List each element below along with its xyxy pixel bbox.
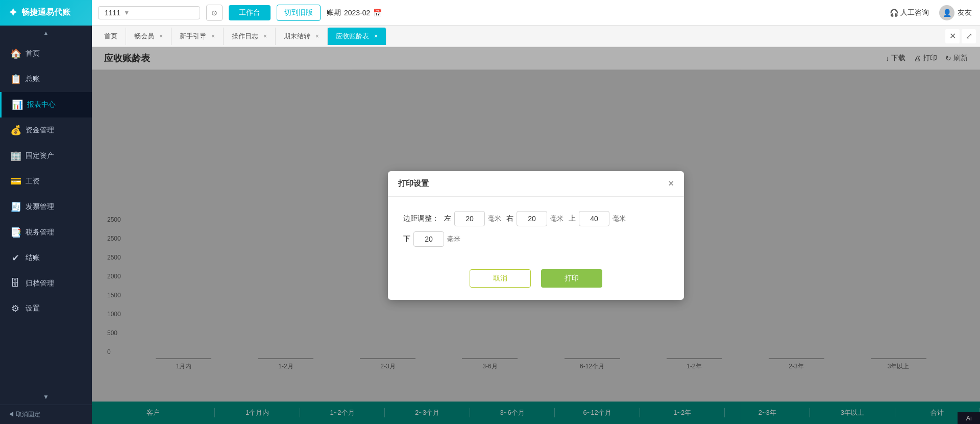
tab-oplog[interactable]: 操作日志 × <box>224 28 276 45</box>
margin-top-label: 上 <box>569 214 576 223</box>
period-label: 账期 <box>327 8 341 17</box>
sidebar-scroll-down[interactable]: ▼ <box>0 389 92 405</box>
ledger-icon: 📋 <box>10 74 20 85</box>
logo-icon: ✦ <box>8 6 17 19</box>
logo-text: 畅捷通易代账 <box>21 7 70 18</box>
tab-close-guide[interactable]: × <box>211 33 215 40</box>
modal-close-button[interactable]: × <box>668 178 674 189</box>
tab-member-label: 畅会员 <box>134 32 154 41</box>
sidebar-item-settings[interactable]: ⚙ 设置 <box>0 296 92 321</box>
print-settings-modal: 打印设置 × 边距调整： 左 毫米 右 <box>388 171 684 300</box>
modal-header: 打印设置 × <box>388 171 684 197</box>
tab-aging[interactable]: 应收账龄表 × <box>328 28 386 45</box>
sidebar-item-settle[interactable]: ✔ 结账 <box>0 245 92 271</box>
archive-icon: 🗄 <box>10 278 20 289</box>
maximize-window-button[interactable]: ⤢ <box>962 29 976 43</box>
assets-icon: 🏢 <box>10 150 20 161</box>
reports-icon: 📊 <box>12 99 22 110</box>
modal-title: 打印设置 <box>398 179 429 189</box>
sidebar-item-salary[interactable]: 💳 工资 <box>0 169 92 194</box>
sidebar-label-tax: 税务管理 <box>26 228 54 237</box>
salary-icon: 💳 <box>10 176 20 187</box>
margin-bottom-label: 下 <box>403 234 410 244</box>
period-area: 账期 2023-02 📅 <box>327 8 382 17</box>
tab-close-aging[interactable]: × <box>374 33 378 40</box>
calendar-icon[interactable]: 📅 <box>373 9 382 17</box>
top-header: ✦ 畅捷通易代账 1111 ▼ ⊙ 工作台 切到旧版 账期 2023-02 📅 … <box>0 0 980 26</box>
tab-period-end[interactable]: 期末结转 × <box>276 28 328 45</box>
tab-close-oplog[interactable]: × <box>263 33 267 40</box>
margin-row: 边距调整： 左 毫米 右 毫米 <box>403 211 669 247</box>
margin-right-input[interactable] <box>517 211 547 226</box>
user-name: 友友 <box>958 8 972 17</box>
sidebar-item-ledger[interactable]: 📋 总账 <box>0 66 92 92</box>
tab-aging-label: 应收账龄表 <box>336 32 369 41</box>
tabs-bar: 首页 畅会员 × 新手引导 × 操作日志 × 期末结转 × 应收账龄表 × <box>92 26 980 47</box>
sidebar-item-reports[interactable]: 📊 报表中心 <box>0 92 92 117</box>
dropdown-arrow-icon: ▼ <box>124 9 130 16</box>
tab-close-member[interactable]: × <box>159 33 163 40</box>
home-icon: 🏠 <box>10 48 20 59</box>
margin-left-unit: 毫米 <box>488 214 501 223</box>
margin-top-unit: 毫米 <box>612 214 626 223</box>
sidebar-label-funds: 资金管理 <box>26 126 54 135</box>
page-content: 应收账龄表 ↓ 下载 🖨 打印 ↻ 刷新 <box>92 47 980 424</box>
avatar: 👤 <box>939 5 954 20</box>
sidebar-item-funds[interactable]: 💰 资金管理 <box>0 117 92 143</box>
confirm-print-button[interactable]: 打印 <box>541 269 602 288</box>
margin-top-group: 上 毫米 <box>569 211 626 226</box>
margin-bottom-group: 下 毫米 <box>403 231 460 247</box>
margin-right-label: 右 <box>506 214 513 223</box>
cancel-button[interactable]: 取消 <box>470 269 531 288</box>
tab-member[interactable]: 畅会员 × <box>126 28 172 45</box>
company-selector[interactable]: 1111 ▼ <box>98 6 200 19</box>
sidebar-label-salary: 工资 <box>26 177 40 186</box>
margin-left-label: 左 <box>444 214 451 223</box>
copy-button[interactable]: ⊙ <box>206 5 223 21</box>
sidebar-label-settle: 结账 <box>26 253 40 263</box>
tab-home-label: 首页 <box>104 32 117 41</box>
tab-close-period-end[interactable]: × <box>315 33 319 40</box>
unpin-button[interactable]: ◀ 取消固定 <box>0 405 92 424</box>
margin-label: 边距调整： <box>403 214 439 223</box>
tab-guide-label: 新手引导 <box>180 32 206 41</box>
sidebar-item-archive[interactable]: 🗄 归档管理 <box>0 271 92 296</box>
margin-bottom-input[interactable] <box>413 231 444 247</box>
user-area[interactable]: 👤 友友 <box>939 5 972 20</box>
settle-icon: ✔ <box>10 252 20 264</box>
sidebar-label-settings: 设置 <box>26 304 40 313</box>
funds-icon: 💰 <box>10 125 20 136</box>
settings-icon: ⚙ <box>10 303 20 314</box>
margin-right-group: 右 毫米 <box>506 211 564 226</box>
margin-right-unit: 毫米 <box>550 214 564 223</box>
sidebar-item-assets[interactable]: 🏢 固定资产 <box>0 143 92 169</box>
margin-top-input[interactable] <box>579 211 609 226</box>
company-name: 1111 <box>105 9 120 17</box>
tab-home[interactable]: 首页 <box>96 28 126 45</box>
sidebar-item-home[interactable]: 🏠 首页 <box>0 41 92 66</box>
sidebar-label-archive: 归档管理 <box>26 279 54 288</box>
sidebar-label-ledger: 总账 <box>26 75 40 84</box>
logo-area: ✦ 畅捷通易代账 <box>0 0 92 26</box>
tab-guide[interactable]: 新手引导 × <box>172 28 224 45</box>
sidebar-label-home: 首页 <box>26 49 40 58</box>
margin-left-input[interactable] <box>454 211 485 226</box>
tax-icon: 📑 <box>10 227 20 238</box>
header-right: 🎧 人工咨询 👤 友友 <box>890 5 972 20</box>
headset-icon: 🎧 <box>890 9 898 17</box>
workbench-button[interactable]: 工作台 <box>229 5 271 20</box>
switch-version-button[interactable]: 切到旧版 <box>277 5 321 21</box>
sidebar: ▲ 🏠 首页 📋 总账 📊 报表中心 💰 资金管理 🏢 固定资产 💳 工资 🧾 … <box>0 26 92 424</box>
user-icon: 👤 <box>943 9 951 17</box>
invoice-icon: 🧾 <box>10 201 20 213</box>
sidebar-label-reports: 报表中心 <box>27 100 56 109</box>
margin-left-group: 左 毫米 <box>444 211 501 226</box>
close-window-button[interactable]: ✕ <box>945 29 960 43</box>
tabs-actions: ✕ ⤢ <box>945 29 976 43</box>
sidebar-scroll-up[interactable]: ▲ <box>0 26 92 41</box>
consult-area[interactable]: 🎧 人工咨询 <box>890 8 929 17</box>
sidebar-label-invoice: 发票管理 <box>26 202 54 211</box>
sidebar-item-tax[interactable]: 📑 税务管理 <box>0 220 92 245</box>
tab-oplog-label: 操作日志 <box>232 32 258 41</box>
sidebar-item-invoice[interactable]: 🧾 发票管理 <box>0 194 92 220</box>
